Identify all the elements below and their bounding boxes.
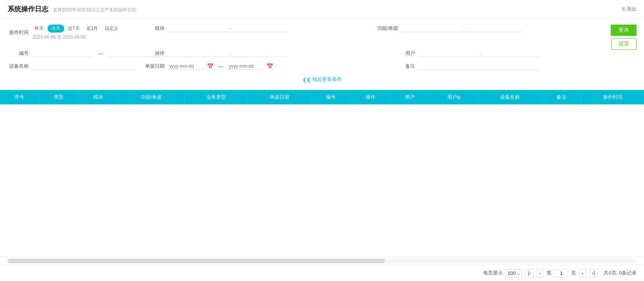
function-select[interactable]: ⌵ (402, 25, 522, 32)
time-btn-today[interactable]: 今天 (48, 25, 64, 33)
calendar-from-icon[interactable]: 📅 (207, 63, 213, 69)
first-page-button[interactable]: |‹ (525, 269, 533, 277)
col-user: 用户 (390, 90, 429, 104)
remark-filter: 备注 (394, 62, 637, 70)
filter-row-2: 编号 — 操作 ⌵ 用户 ⌵ (8, 50, 636, 57)
export-icon: ⎘ (622, 6, 625, 12)
time-options-group: 昨天 今天 近7天 近1月 自定义 2023-06-06 至 2023-06-0… (32, 25, 121, 40)
col-business-type: 业务类型 (185, 90, 248, 104)
number-label: 编号 (8, 50, 29, 57)
number-dash: — (98, 51, 103, 56)
page-unit: 页 (571, 270, 576, 276)
time-buttons: 昨天 今天 近7天 近1月 自定义 (32, 25, 121, 33)
col-doc-date: 单据日期 (248, 90, 311, 104)
module-chevron-icon: ⌵ (229, 25, 287, 31)
page-title: 系统操作日志 (8, 5, 48, 14)
per-page-select[interactable]: 100 ⌵ (506, 269, 522, 277)
table-header: 序号 类型 模块 功能/单据 业务类型 单据日期 编号 操作 用户 用户ip 设… (0, 90, 644, 104)
horizontal-scrollbar[interactable] (8, 259, 636, 263)
number-filter: 编号 — (8, 50, 136, 57)
col-remark: 备注 (542, 90, 581, 104)
date-from-input[interactable] (168, 63, 205, 70)
operation-filter: 操作 ⌵ (144, 50, 386, 57)
operation-chevron-icon: ⌵ (229, 50, 287, 56)
user-select[interactable]: ⌵ (418, 50, 539, 57)
collapse-bar: ❮❮ 收起更多条件 (8, 74, 636, 87)
per-page-label: 每页显示 (483, 270, 503, 276)
device-label: 设备名称 (8, 63, 29, 70)
page-header: 系统操作日志 支持2020年10月31日之后产生的操作日志 ⎘ 导出 (0, 0, 644, 19)
col-number: 编号 (311, 90, 351, 104)
col-operation: 操作 (351, 90, 390, 104)
prev-page-button[interactable]: ‹ (537, 269, 544, 277)
settings-button[interactable]: 设置 (612, 38, 636, 50)
user-label: 用户 (394, 50, 415, 57)
pagination: 每页显示 100 ⌵ |‹ ‹ 第 页 › ›| 共0页, 0条记录 (0, 265, 644, 281)
time-btn-7days[interactable]: 近7天 (65, 25, 83, 33)
module-label: 模块 (144, 25, 165, 32)
remark-label: 备注 (394, 63, 415, 70)
table-header-row: 序号 类型 模块 功能/单据 业务类型 单据日期 编号 操作 用户 用户ip 设… (0, 90, 644, 104)
table-wrapper: 序号 类型 模块 功能/单据 业务类型 单据日期 编号 操作 用户 用户ip 设… (0, 90, 644, 257)
col-user-ip: 用户ip (429, 90, 478, 104)
col-time: 操作时间 (581, 90, 644, 104)
doc-date-filter: 单据日期 📅 — 📅 (144, 63, 386, 70)
time-filter-section: 操作时间 昨天 今天 近7天 近1月 自定义 2023-06-06 至 2023… (8, 25, 136, 40)
next-page-button[interactable]: › (579, 269, 586, 277)
scrollbar-area (0, 257, 644, 265)
time-btn-yesterday[interactable]: 昨天 (32, 25, 47, 33)
collapse-chevron-icon: ❮❮ (303, 77, 311, 82)
page-subtitle: 支持2020年10月31日之后产生的操作日志 (53, 7, 136, 13)
data-table: 序号 类型 模块 功能/单据 业务类型 单据日期 编号 操作 用户 用户ip 设… (0, 90, 644, 104)
time-btn-custom[interactable]: 自定义 (102, 25, 121, 33)
col-type: 类型 (39, 90, 78, 104)
page-label: 第 (547, 270, 551, 276)
export-button[interactable]: ⎘ 导出 (622, 6, 636, 12)
date-input-group: 📅 — 📅 (168, 63, 273, 70)
pagination-summary: 共0页, 0条记录 (604, 270, 636, 276)
col-function: 功能/单据 (118, 90, 184, 104)
col-device: 设备名称 (478, 90, 542, 104)
date-dash: — (218, 64, 223, 69)
page-input[interactable] (554, 269, 568, 277)
remark-input[interactable] (418, 62, 539, 70)
per-page-chevron-icon: ⌵ (517, 270, 520, 276)
page-container: 系统操作日志 支持2020年10月31日之后产生的操作日志 ⎘ 导出 操作时间 … (0, 0, 644, 281)
time-btn-1month[interactable]: 近1月 (83, 25, 101, 33)
scrollbar-thumb[interactable] (8, 259, 385, 263)
export-label: 导出 (627, 6, 636, 12)
device-filter: 设备名称 (8, 62, 136, 70)
device-input[interactable] (32, 62, 136, 70)
col-sequence: 序号 (0, 90, 39, 104)
calendar-to-icon[interactable]: 📅 (267, 63, 273, 69)
last-page-button[interactable]: ›| (589, 269, 598, 277)
module-filter: 模块 ⌵ (144, 25, 370, 32)
time-label: 操作时间 (8, 29, 29, 36)
filter-area: 操作时间 昨天 今天 近7天 近1月 自定义 2023-06-06 至 2023… (0, 19, 644, 90)
time-range: 2023-06-06 至 2023-06-06 (32, 34, 121, 40)
function-chevron-icon: ⌵ (463, 25, 521, 31)
collapse-label: 收起更多条件 (312, 76, 342, 83)
operation-label: 操作 (144, 50, 165, 57)
date-to-input[interactable] (227, 63, 265, 70)
header-left: 系统操作日志 支持2020年10月31日之后产生的操作日志 (8, 5, 136, 14)
filter-row-1: 操作时间 昨天 今天 近7天 近1月 自定义 2023-06-06 至 2023… (8, 25, 636, 50)
number-input-from[interactable] (32, 50, 92, 57)
function-filter: 功能/单据 ⌵ (377, 25, 604, 32)
user-chevron-icon: ⌵ (479, 50, 537, 56)
query-button[interactable]: 查询 (611, 25, 636, 36)
per-page-value: 100 (508, 270, 516, 276)
module-select[interactable]: ⌵ (168, 25, 289, 32)
user-filter: 用户 ⌵ (394, 50, 637, 57)
doc-date-label: 单据日期 (144, 63, 165, 70)
operation-select[interactable]: ⌵ (168, 50, 289, 57)
collapse-button[interactable]: ❮❮ 收起更多条件 (303, 76, 342, 83)
action-buttons: 查询 设置 (611, 25, 636, 50)
col-module: 模块 (79, 90, 118, 104)
filter-row-3: 设备名称 单据日期 📅 — 📅 备注 (8, 62, 636, 70)
function-label: 功能/单据 (377, 25, 398, 32)
